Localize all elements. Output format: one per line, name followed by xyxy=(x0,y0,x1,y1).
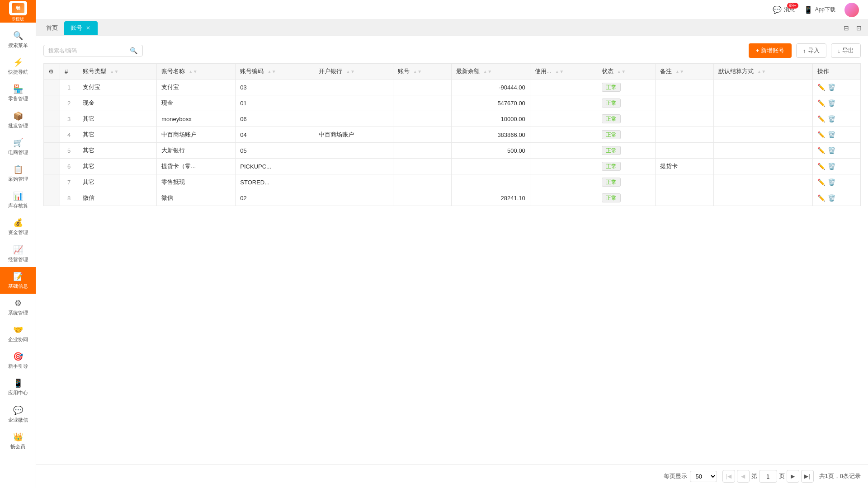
delete-icon[interactable]: 🗑️ xyxy=(828,99,835,107)
edit-icon[interactable]: ✏️ xyxy=(817,131,825,138)
row-actions: ✏️ 🗑️ xyxy=(813,174,861,190)
user-avatar[interactable] xyxy=(844,3,859,17)
row-remark xyxy=(655,143,713,159)
export-button[interactable]: ↓ 导出 xyxy=(831,43,861,58)
row-settings[interactable] xyxy=(44,174,60,190)
page-input[interactable] xyxy=(759,470,777,483)
search-box[interactable]: 🔍 xyxy=(43,45,143,56)
sidebar-item-system[interactable]: ⚙ 系统管理 xyxy=(0,294,36,320)
row-settlement xyxy=(713,159,812,174)
col-remark[interactable]: 备注 ▲▼ xyxy=(655,64,713,80)
tab-minimize-button[interactable]: ⊟ xyxy=(841,23,852,33)
edit-icon[interactable]: ✏️ xyxy=(817,115,825,122)
col-usage[interactable]: 使用... ▲▼ xyxy=(530,64,597,80)
sidebar-item-operation[interactable]: 📈 经营管理 xyxy=(0,240,36,267)
row-remark: 提货卡 xyxy=(655,159,713,174)
row-settings[interactable] xyxy=(44,111,60,127)
sidebar-item-label: 采购管理 xyxy=(8,176,28,182)
sidebar-item-label: 企业微信 xyxy=(8,417,28,423)
delete-icon[interactable]: 🗑️ xyxy=(828,178,835,186)
col-num: # xyxy=(60,64,78,80)
first-page-button[interactable]: |◀ xyxy=(722,470,735,483)
sidebar-item-member[interactable]: 👑 畅会员 xyxy=(0,427,36,454)
sidebar-item-inventory[interactable]: 📊 库存核算 xyxy=(0,187,36,213)
sidebar-item-retail[interactable]: 🏪 零售管理 xyxy=(0,80,36,106)
row-usage xyxy=(530,143,597,159)
row-account xyxy=(393,143,451,159)
col-bank[interactable]: 开户银行 ▲▼ xyxy=(314,64,393,80)
sidebar-item-guide[interactable]: 🎯 新手引导 xyxy=(0,347,36,374)
sidebar-item-wholesale[interactable]: 📦 批发管理 xyxy=(0,107,36,133)
tab-home[interactable]: 首页 xyxy=(40,21,64,35)
sidebar-item-search[interactable]: 🔍 搜索菜单 xyxy=(0,26,36,53)
col-type[interactable]: 账号类型 ▲▼ xyxy=(78,64,157,80)
edit-icon[interactable]: ✏️ xyxy=(817,178,825,186)
row-status: 正常 xyxy=(597,174,655,190)
sidebar-item-ecommerce[interactable]: 🛒 电商管理 xyxy=(0,133,36,160)
row-status: 正常 xyxy=(597,143,655,159)
col-settings[interactable]: ⚙ xyxy=(44,64,60,80)
col-status[interactable]: 状态 ▲▼ xyxy=(597,64,655,80)
tab-account[interactable]: 账号 ✕ xyxy=(64,21,98,35)
logo-sub: 乐橙版 xyxy=(12,16,24,22)
row-bank xyxy=(314,95,393,111)
sidebar-item-appstore[interactable]: 📱 应用中心 xyxy=(0,374,36,400)
col-settlement[interactable]: 默认结算方式 ▲▼ xyxy=(713,64,812,80)
edit-icon[interactable]: ✏️ xyxy=(817,99,825,107)
tab-close-icon[interactable]: ✕ xyxy=(85,25,91,31)
add-account-button[interactable]: + 新增账号 xyxy=(749,43,792,58)
col-balance[interactable]: 最新余额 ▲▼ xyxy=(451,64,530,80)
edit-icon[interactable]: ✏️ xyxy=(817,147,825,154)
row-bank xyxy=(314,80,393,95)
tab-home-label: 首页 xyxy=(46,24,58,32)
sidebar: 畅 乐橙版 🔍 搜索菜单 ⚡ 快捷导航 🏪 零售管理 📦 批发管理 🛒 电商管理 xyxy=(0,0,36,488)
purchase-icon: 📋 xyxy=(13,164,23,174)
top-header: 💬 消息 99+ 📱 App下载 xyxy=(36,0,868,20)
row-settlement xyxy=(713,95,812,111)
last-page-button[interactable]: ▶| xyxy=(801,470,814,483)
import-button[interactable]: ↑ 导入 xyxy=(796,43,826,58)
app-download-button[interactable]: 📱 App下载 xyxy=(804,5,835,14)
finance-icon: 💰 xyxy=(13,218,23,228)
sidebar-item-purchase[interactable]: 📋 采购管理 xyxy=(0,160,36,187)
sidebar-item-shortcut[interactable]: ⚡ 快捷导航 xyxy=(0,53,36,80)
row-remark xyxy=(655,95,713,111)
col-code[interactable]: 账号编码 ▲▼ xyxy=(236,64,314,80)
row-bank: 中百商场账户 xyxy=(314,127,393,143)
row-settings[interactable] xyxy=(44,143,60,159)
row-settings[interactable] xyxy=(44,159,60,174)
search-input[interactable] xyxy=(48,47,130,54)
delete-icon[interactable]: 🗑️ xyxy=(828,115,835,122)
col-name[interactable]: 账号名称 ▲▼ xyxy=(157,64,236,80)
row-settings[interactable] xyxy=(44,127,60,143)
search-icon: 🔍 xyxy=(13,31,23,41)
search-icon[interactable]: 🔍 xyxy=(130,47,137,54)
sidebar-item-agreement[interactable]: 🤝 企业协同 xyxy=(0,320,36,347)
tab-maximize-button[interactable]: ⊡ xyxy=(854,23,864,33)
row-settings[interactable] xyxy=(44,190,60,206)
delete-icon[interactable]: 🗑️ xyxy=(828,194,835,202)
edit-icon[interactable]: ✏️ xyxy=(817,194,825,202)
row-code: PICKUPC... xyxy=(236,159,314,174)
delete-icon[interactable]: 🗑️ xyxy=(828,147,835,154)
sidebar-item-basic[interactable]: 📝 基础信息 xyxy=(0,267,36,294)
per-page-select[interactable]: 50 100 200 xyxy=(690,471,717,482)
prev-page-button[interactable]: ◀ xyxy=(737,470,750,483)
row-actions: ✏️ 🗑️ xyxy=(813,127,861,143)
delete-icon[interactable]: 🗑️ xyxy=(828,131,835,138)
row-settings[interactable] xyxy=(44,80,60,95)
delete-icon[interactable]: 🗑️ xyxy=(828,84,835,91)
sidebar-item-finance[interactable]: 💰 资金管理 xyxy=(0,213,36,240)
inventory-icon: 📊 xyxy=(13,191,23,201)
next-page-button[interactable]: ▶ xyxy=(787,470,799,483)
delete-icon[interactable]: 🗑️ xyxy=(828,163,835,170)
col-account[interactable]: 账号 ▲▼ xyxy=(393,64,451,80)
message-button[interactable]: 💬 消息 99+ xyxy=(773,5,795,14)
row-settlement xyxy=(713,80,812,95)
header-right: 💬 消息 99+ 📱 App下载 xyxy=(773,3,859,17)
row-settings[interactable] xyxy=(44,95,60,111)
row-settlement xyxy=(713,143,812,159)
edit-icon[interactable]: ✏️ xyxy=(817,163,825,170)
sidebar-item-wechat-biz[interactable]: 💬 企业微信 xyxy=(0,401,36,427)
edit-icon[interactable]: ✏️ xyxy=(817,84,825,91)
